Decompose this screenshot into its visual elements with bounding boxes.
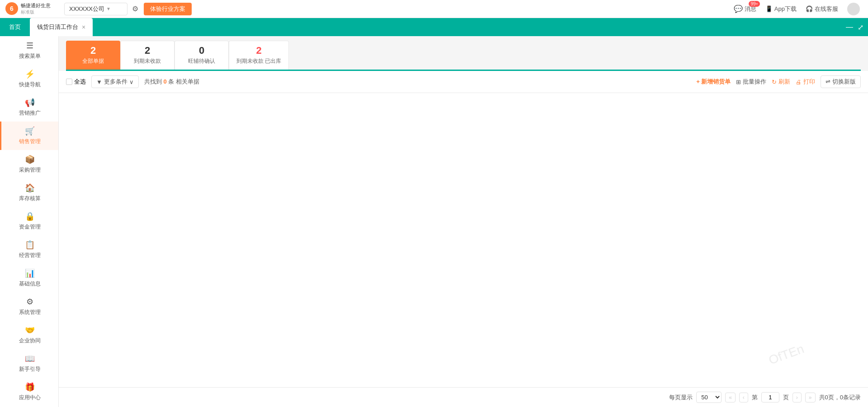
stat-label-overdue: 到期未收款 [128, 57, 167, 65]
sidebar-item-finance[interactable]: 🔒 资金管理 [0, 207, 58, 235]
total-records-label: 共0页，0条记录 [819, 393, 861, 402]
stat-tab-overdue[interactable]: 2 到期未收款 [120, 41, 175, 70]
select-all-checkbox[interactable] [66, 79, 72, 85]
page-input[interactable] [761, 392, 779, 402]
app-download-label: App下载 [774, 5, 797, 13]
switch-icon: ⇌ [826, 78, 830, 85]
headset-icon: 🎧 [806, 5, 813, 12]
sidebar-item-search-menu[interactable]: ☰ 搜索菜单 [0, 36, 58, 65]
purchase-icon: 📦 [25, 154, 35, 164]
sidebar-item-newbie[interactable]: 📖 新手引导 [0, 349, 58, 378]
next-page-button[interactable]: › [793, 393, 802, 402]
avatar [847, 3, 860, 15]
tab-home[interactable]: 首页 [0, 18, 30, 36]
enterprise-icon: 🤝 [25, 325, 35, 335]
found-text: 共找到 0 条 相关单据 [144, 78, 199, 86]
app-name: 畅捷通好生意 [21, 2, 51, 9]
experience-button[interactable]: 体验行业方案 [144, 3, 192, 15]
found-count: 0 [164, 78, 167, 85]
filter-button[interactable]: ▼ 更多条件 ∨ [91, 75, 139, 88]
sidebar-label-quick-nav: 快捷导航 [19, 81, 41, 89]
company-name: XXXXXX公司 [69, 5, 104, 13]
add-sales-order-button[interactable]: + 新增销货单 [696, 78, 731, 86]
sidebar-label-marketing: 营销推广 [19, 109, 41, 117]
stat-number-overdue: 2 [128, 45, 167, 56]
page-end-label: 页 [783, 393, 789, 402]
tab-maximize-button[interactable]: ⤢ [858, 23, 863, 32]
company-selector[interactable]: XXXXXX公司 ▼ [64, 3, 127, 15]
online-service-label: 在线客服 [815, 5, 838, 13]
page-label: 第 [752, 393, 758, 402]
sidebar-item-system[interactable]: ⚙ 系统管理 [0, 292, 58, 321]
last-page-button[interactable]: » [805, 393, 816, 402]
first-page-button[interactable]: « [725, 393, 736, 402]
sidebar-item-operations[interactable]: 📋 经营管理 [0, 235, 58, 264]
avatar-area[interactable] [847, 3, 863, 15]
stats-tabs: 2 全部单据 2 到期未收款 0 旺辅待确认 2 到期未收款 已出库 [59, 36, 868, 70]
filter-icon: ▼ [96, 79, 102, 85]
operations-icon: 📋 [25, 240, 35, 250]
chevron-down-icon: ▼ [106, 6, 111, 11]
filter-label: 更多条件 [104, 78, 127, 86]
notification-area[interactable]: 💬 消息 99+ [734, 5, 756, 13]
stat-tab-all[interactable]: 2 全部单据 [66, 41, 120, 70]
per-page-select[interactable]: 50 20 100 [696, 392, 722, 403]
toolbar-right: + 新增销货单 ⊞ 批量操作 ↻ 刷新 🖨 打印 ⇌ 切换新版 [696, 75, 861, 88]
tab-close-button[interactable]: × [82, 23, 85, 31]
logo-icon: 6 [5, 2, 18, 15]
filter-chevron-icon: ∨ [129, 79, 134, 85]
stat-label-overdue-shipped: 到期未收款 已出库 [236, 57, 281, 65]
stat-tab-overdue-shipped[interactable]: 2 到期未收款 已出库 [229, 41, 289, 70]
sidebar-label-newbie: 新手引导 [19, 365, 41, 373]
sidebar-item-inventory[interactable]: 🏠 库存核算 [0, 178, 58, 207]
sales-icon: 🛒 [25, 126, 35, 136]
sidebar-item-enterprise[interactable]: 🤝 企业协同 [0, 321, 58, 349]
phone-icon: 📱 [765, 5, 773, 12]
app-download-button[interactable]: 📱 App下载 [765, 5, 797, 13]
prev-page-button[interactable]: ‹ [739, 393, 748, 402]
stat-number-overdue-shipped: 2 [236, 45, 281, 56]
table-area [59, 93, 868, 387]
sidebar-label-operations: 经营管理 [19, 252, 41, 259]
sidebar-item-sales[interactable]: 🛒 销售管理 [0, 122, 58, 150]
sidebar-label-purchase: 采购管理 [19, 166, 41, 174]
tab-bar-right: — ⤢ [846, 23, 868, 32]
sidebar-item-app-center[interactable]: 🎁 应用中心 [0, 378, 58, 406]
sidebar-item-marketing[interactable]: 📢 营销推广 [0, 93, 58, 122]
sidebar-label-basic-info: 基础信息 [19, 280, 41, 288]
online-service-button[interactable]: 🎧 在线客服 [806, 5, 838, 13]
switch-version-button[interactable]: ⇌ 切换新版 [821, 75, 861, 88]
sidebar-label-system: 系统管理 [19, 309, 41, 316]
refresh-icon: ↻ [772, 79, 777, 85]
pagination-bar: 每页显示 50 20 100 « ‹ 第 页 › » 共0页，0条记录 [59, 387, 868, 407]
notification-badge: 99+ [749, 1, 760, 7]
stat-label-pending: 旺辅待确认 [182, 57, 221, 65]
main-layout: ☰ 搜索菜单 ⚡ 快捷导航 📢 营销推广 🛒 销售管理 📦 采购管理 🏠 库存核… [0, 36, 868, 407]
print-button[interactable]: 🖨 打印 [796, 78, 815, 86]
quick-nav-icon: ⚡ [25, 69, 35, 79]
settings-button[interactable]: ⚙ [132, 5, 138, 13]
select-all-label: 全选 [74, 78, 86, 86]
sidebar-item-basic-info[interactable]: 📊 基础信息 [0, 264, 58, 292]
print-icon: 🖨 [796, 79, 802, 85]
logo-area: 6 畅捷通好生意 标准版 [5, 2, 64, 15]
stat-label-all: 全部单据 [74, 57, 113, 65]
stat-tab-pending[interactable]: 0 旺辅待确认 [175, 41, 229, 70]
sidebar-label-enterprise: 企业协同 [19, 337, 41, 345]
batch-operation-button[interactable]: ⊞ 批量操作 [736, 78, 766, 86]
sidebar-label-inventory: 库存核算 [19, 195, 41, 202]
sidebar-item-quick-nav[interactable]: ⚡ 快捷导航 [0, 65, 58, 93]
batch-label: 批量操作 [743, 78, 766, 86]
search-menu-icon: ☰ [26, 41, 33, 51]
tab-active[interactable]: 钱货日清工作台 × [30, 18, 93, 36]
toolbar: 全选 ▼ 更多条件 ∨ 共找到 0 条 相关单据 + 新增销货单 ⊞ 批量操作 [59, 71, 868, 93]
system-icon: ⚙ [26, 297, 33, 307]
content-area: 2 全部单据 2 到期未收款 0 旺辅待确认 2 到期未收款 已出库 全选 [59, 36, 868, 407]
refresh-button[interactable]: ↻ 刷新 [772, 78, 790, 86]
sidebar-item-purchase[interactable]: 📦 采购管理 [0, 150, 58, 178]
sidebar-label-finance: 资金管理 [19, 223, 41, 231]
newbie-icon: 📖 [25, 354, 35, 364]
switch-label: 切换新版 [832, 78, 856, 85]
tab-minimize-button[interactable]: — [846, 23, 853, 31]
select-all-area[interactable]: 全选 [66, 78, 86, 86]
